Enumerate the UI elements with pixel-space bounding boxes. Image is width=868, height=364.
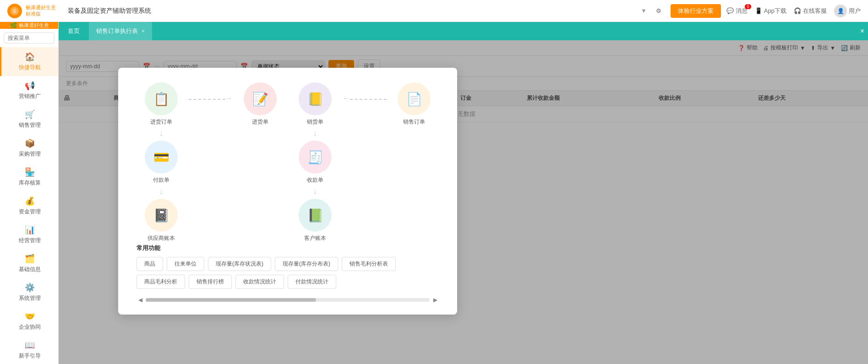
top-bar: 6 畅康通好生意 标准版 装备及固定资产辅助管理系统 ▼ ⚙ 体验行业方案 💬 … [0,0,868,22]
top-actions: 💬 消息 6 📱 App下载 🎧 在线客服 👤 用户 [726,5,861,17]
arrow-down-2: ↓ [159,186,164,197]
flow-node-purchase-order: 📋 进货订单 [145,82,178,126]
logo-emoji: 🌿 [10,22,17,29]
sidebar-icon-operation: 📊 [25,225,35,235]
message-btn[interactable]: 💬 消息 6 [726,7,748,15]
avatar: 👤 [834,5,847,17]
message-icon: 💬 [726,7,734,14]
content-area: 首页 销售订单执行表 × × ❓ 帮助 [59,22,868,364]
sidebar-icon-inventory: 🏪 [25,167,35,177]
flow-center-right-col: 📒 销货单 ↓ 🧾 收款单 ↓ 📗 客户账本 [288,82,343,242]
sidebar-icon-basic: 🗂️ [25,254,35,264]
search-input[interactable] [4,33,55,43]
flow-circle-purchase-bill: 📝 [244,82,277,115]
logo-icon: 6 [7,4,22,18]
tab-label: 销售订单执行表 [96,27,138,35]
func-btn-付款情况统计[interactable]: 付款情况统计 [288,275,336,289]
app-download-label: App下载 [764,7,786,15]
flow-right-col: 📄 销售订单 [387,82,442,126]
flow-circle-supplier-ledger: 📓 [145,199,178,232]
flow-label-purchase-order: 进货订单 [150,118,172,126]
sidebar-item-operation[interactable]: 📊经营管理 [0,220,58,249]
sidebar: 🌿 畅康通好生意 🏠快捷导航📢营销推广🛒销售管理📦采购管理🏪库存核算💰资金管理📊… [0,22,59,364]
flow-label-receipt-slip: 收款单 [307,176,323,184]
func-btn-商品[interactable]: 商品 [136,257,163,271]
sidebar-label-marketing: 营销推广 [19,92,41,100]
app-download-btn[interactable]: 📱 App下载 [755,7,786,15]
logo-area: 6 畅康通好生意 标准版 [7,4,62,18]
scrollbar-right-btn[interactable]: ▶ [431,296,439,304]
sidebar-item-newbie[interactable]: 📖新手引导 [0,336,58,364]
func-btn-现存量(库存分布表)[interactable]: 现存量(库存分布表) [275,257,338,271]
arrow-down-3: ↓ [313,128,317,139]
sidebar-icon-enterprise: 🤝 [25,311,35,321]
sidebar-item-inventory[interactable]: 🏪库存核算 [0,163,58,191]
sidebar-icon-finance: 💰 [25,196,35,206]
arrow-right-1: → [225,94,233,103]
scrollbar-left-btn[interactable]: ◀ [136,296,144,304]
flow-node-payment-slip: 💳 付款单 [145,141,178,184]
flow-left-col: 📋 进货订单 ↓ 💳 付款单 ↓ 📓 供应商账本 [134,82,189,242]
flow-label-purchase-bill: 进货单 [252,118,268,126]
func-btn-销售毛利分析表[interactable]: 销售毛利分析表 [342,257,396,271]
tab-bar: 首页 销售订单执行表 × × [59,22,868,40]
flow-circle-customer-ledger: 📗 [299,199,332,232]
flow-node-receipt-slip: 🧾 收款单 [299,141,332,184]
scrollbar-track[interactable] [146,298,430,302]
sidebar-logo-text: 畅康通好生意 [19,22,49,29]
flow-label-customer-ledger: 客户账本 [304,234,326,242]
sidebar-item-sales[interactable]: 🛒销售管理 [0,105,58,134]
sidebar-item-system[interactable]: ⚙️系统管理 [0,278,58,307]
flow-label-sales-bill: 销货单 [307,118,323,126]
arrow-down-4: ↓ [313,186,317,197]
func-btns-row-1: 商品往来单位现存量(库存状况表)现存量(库存分布表)销售毛利分析表商品毛利分析销… [136,257,439,289]
experience-btn[interactable]: 体验行业方案 [671,4,721,18]
flow-node-customer-ledger: 📗 客户账本 [299,199,332,242]
sidebar-label-purchase: 采购管理 [19,150,41,158]
tab-home[interactable]: 首页 [59,22,89,40]
flow-node-sales-bill: 📒 销货单 [299,82,332,126]
flow-circle-sales-bill: 📒 [299,82,332,115]
sidebar-icon-quick-nav: 🏠 [25,52,35,62]
sidebar-label-system: 系统管理 [19,294,41,302]
flow-node-supplier-ledger: 📓 供应商账本 [145,199,178,242]
online-service-btn[interactable]: 🎧 在线客服 [794,7,827,15]
arrow-right-area-1: → [189,82,233,103]
flow-label-payment-slip: 付款单 [153,176,169,184]
sidebar-item-enterprise[interactable]: 🤝企业协同 [0,307,58,336]
sidebar-item-basic[interactable]: 🗂️基础信息 [0,249,58,278]
sidebar-item-finance[interactable]: 💰资金管理 [0,191,58,220]
flow-center-left-col: 📝 进货单 [233,82,288,126]
sidebar-item-quick-nav[interactable]: 🏠快捷导航 [0,47,58,76]
sidebar-label-newbie: 新手引导 [19,352,41,360]
flow-label-supplier-ledger: 供应商账本 [147,234,175,242]
system-title: 装备及固定资产辅助管理系统 [68,7,635,15]
svg-text:6: 6 [13,8,16,14]
sidebar-label-finance: 资金管理 [19,208,41,216]
user-btn[interactable]: 👤 用户 [834,5,861,17]
sidebar-label-operation: 经营管理 [19,237,41,244]
dropdown-arrow-icon[interactable]: ▼ [641,7,647,14]
modal-box: 📋 进货订单 ↓ 💳 付款单 ↓ 📓 供应商账本 [118,68,457,315]
message-badge: 6 [745,4,751,9]
func-btn-商品毛利分析[interactable]: 商品毛利分析 [136,275,185,289]
settings-icon[interactable]: ⚙ [652,5,665,17]
sidebar-item-marketing[interactable]: 📢营销推广 [0,76,58,105]
arrow-left-area-1: ← [343,82,387,103]
page-content: ❓ 帮助 🖨 按模板打印 ▼ ⬆ 导出 ▼ [59,40,868,364]
func-btn-收款情况统计[interactable]: 收款情况统计 [235,275,284,289]
func-btn-往来单位[interactable]: 往来单位 [167,257,204,271]
sidebar-icon-newbie: 📖 [25,340,35,350]
func-btn-现存量(库存状况表)[interactable]: 现存量(库存状况表) [208,257,271,271]
online-service-label: 在线客服 [803,7,827,15]
sidebar-item-purchase[interactable]: 📦采购管理 [0,134,58,163]
sidebar-logo: 🌿 畅康通好生意 [0,22,58,29]
scrollbar-thumb [146,298,316,302]
tab-sales-order[interactable]: 销售订单执行表 × [89,22,152,40]
sidebar-icon-sales: 🛒 [25,109,35,120]
tab-close-icon[interactable]: × [142,28,145,34]
tab-bar-close-icon[interactable]: × [860,27,864,35]
sidebar-icon-system: ⚙️ [25,283,35,293]
func-btn-销售排行榜[interactable]: 销售排行榜 [189,275,232,289]
flow-circle-purchase-order: 📋 [145,82,178,115]
